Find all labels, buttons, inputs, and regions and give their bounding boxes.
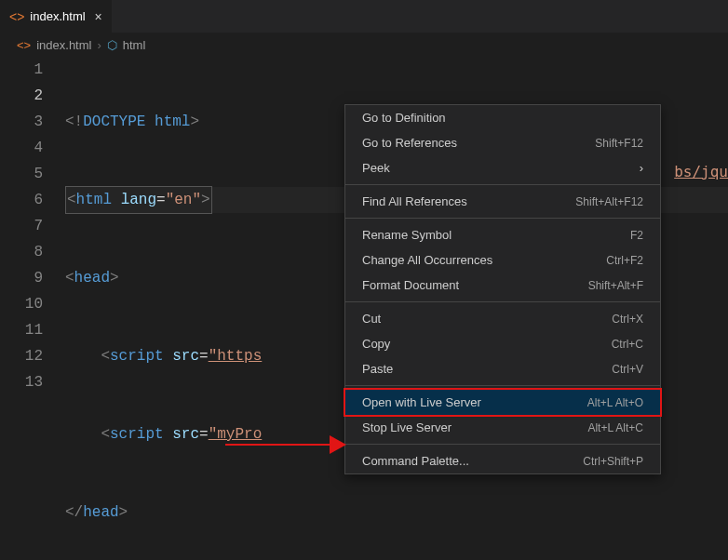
menu-copy[interactable]: CopyCtrl+C: [345, 331, 660, 356]
menu-command-palette[interactable]: Command Palette...Ctrl+Shift+P: [345, 448, 660, 473]
menu-separator: [345, 444, 660, 445]
close-icon[interactable]: ×: [95, 9, 102, 24]
menu-separator: [345, 184, 660, 185]
menu-cut[interactable]: CutCtrl+X: [345, 306, 660, 331]
tab-index-html[interactable]: <> index.html ×: [0, 0, 113, 33]
menu-separator: [345, 301, 660, 302]
breadcrumb[interactable]: <> index.html › ⬡ html: [0, 33, 728, 57]
menu-paste[interactable]: PasteCtrl+V: [345, 356, 660, 381]
menu-separator: [345, 218, 660, 219]
menu-change-all-occurrences[interactable]: Change All OccurrencesCtrl+F2: [345, 247, 660, 273]
tab-label: index.html: [30, 9, 85, 23]
menu-goto-definition[interactable]: Go to Definition: [345, 105, 660, 130]
truncated-code: bs/jqu: [674, 163, 728, 180]
menu-peek[interactable]: Peek›: [345, 155, 660, 180]
menu-rename-symbol[interactable]: Rename SymbolF2: [345, 222, 660, 247]
breadcrumb-file: index.html: [36, 38, 91, 52]
html-file-icon: <>: [9, 9, 24, 24]
breadcrumb-symbol: html: [123, 38, 146, 52]
menu-open-live-server[interactable]: Open with Live ServerAlt+L Alt+O: [344, 388, 662, 417]
html-file-icon: <>: [17, 38, 31, 52]
line-number-gutter: 1 2 3 4 5 6 7 8 9 10 11 12 13: [0, 57, 65, 560]
context-menu: Go to Definition Go to ReferencesShift+F…: [344, 104, 661, 474]
menu-stop-live-server[interactable]: Stop Live ServerAlt+L Alt+C: [345, 415, 660, 440]
menu-separator: [345, 385, 660, 386]
chevron-right-icon: ›: [640, 161, 643, 175]
symbol-icon: ⬡: [107, 38, 117, 52]
menu-format-document[interactable]: Format DocumentShift+Alt+F: [345, 273, 660, 298]
menu-find-all-references[interactable]: Find All ReferencesShift+Alt+F12: [345, 189, 660, 214]
tab-bar: <> index.html ×: [0, 0, 728, 33]
chevron-right-icon: ›: [97, 38, 101, 52]
menu-goto-references[interactable]: Go to ReferencesShift+F12: [345, 130, 660, 155]
